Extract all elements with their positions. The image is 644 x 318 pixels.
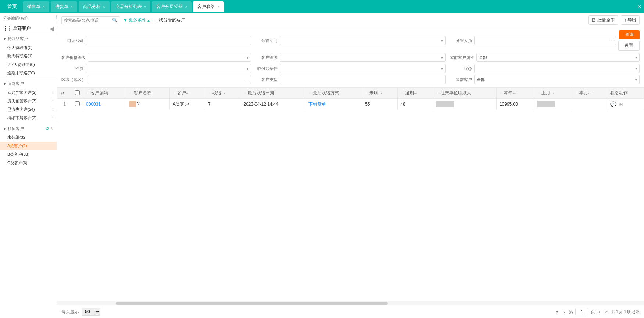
value-edit-icon[interactable]: ✎ — [50, 126, 54, 131]
sidebar-item-churned[interactable]: 已流失客户(24) ℹ — [0, 105, 57, 114]
retail-select[interactable]: 全部 ▾ — [474, 75, 640, 84]
search-icon[interactable]: 🔍 — [112, 18, 118, 23]
price-level-select[interactable]: ▾ — [88, 53, 251, 62]
sidebar-item-churn-warning[interactable]: 流失预警客户(3) ℹ — [0, 97, 57, 105]
last-page-btn[interactable]: » — [604, 308, 609, 315]
overdue-sort-icon[interactable]: ⋮ — [401, 91, 404, 95]
nav-tab-customer-contact-close[interactable]: × — [217, 5, 219, 9]
status-select[interactable]: ▾ — [474, 64, 640, 73]
nav-tab-analysis-close[interactable]: × — [103, 5, 105, 9]
th-name[interactable]: ⋮ 客户名称 — [126, 88, 169, 99]
nav-tab-purchase-close[interactable]: × — [71, 5, 73, 9]
sidebar-all-customers[interactable]: ⋮⋮ 全部客户 ◀ — [0, 23, 57, 34]
row-code[interactable]: 000031 — [83, 99, 126, 110]
th-last-date[interactable]: ⋮ 最后联络日期 — [240, 88, 305, 99]
th-this-month[interactable]: ⋮ 本月... — [572, 88, 607, 99]
page-number-input[interactable] — [575, 308, 588, 315]
sidebar-collapse-icon[interactable]: ◀ — [50, 26, 54, 32]
declining-info-icon[interactable]: ℹ — [52, 116, 54, 120]
sidebar-section-problem-header[interactable]: ▼ 问题客户 — [0, 79, 57, 88]
sidebar-item-declining[interactable]: 持续下滑客户(2) ℹ — [0, 114, 57, 122]
customer-level-select[interactable]: ▾ — [280, 53, 445, 62]
area-input[interactable]: ··· — [88, 75, 251, 84]
search-input[interactable] — [64, 18, 111, 22]
code-sort-icon[interactable]: ⋮ — [86, 91, 89, 95]
churn-warning-info-icon[interactable]: ℹ — [52, 99, 54, 103]
sidebar-item-repurchase-abnormal[interactable]: 回购异常客户(2) ℹ — [0, 88, 57, 97]
sidebar-search-input[interactable] — [3, 16, 54, 20]
row-checkbox[interactable] — [75, 101, 80, 106]
my-customer-checkbox-label[interactable]: 我分管的客户 — [153, 17, 185, 23]
payment-select[interactable]: ▾ — [280, 64, 445, 73]
th-gear[interactable]: ⚙ — [57, 88, 72, 99]
horizontal-scrollbar[interactable] — [57, 301, 644, 305]
scroll-thumb[interactable] — [116, 302, 388, 305]
nature-select[interactable]: ▾ — [86, 64, 251, 73]
sidebar-item-today[interactable]: 今天待联络(0) — [0, 43, 57, 52]
nav-tab-sales[interactable]: 销售单 × — [23, 1, 49, 12]
nav-tab-analysis[interactable]: 商品分析 × — [79, 1, 110, 12]
sidebar-section-value-header[interactable]: ▼ 价值客户 ↺ ✎ — [0, 124, 57, 133]
sidebar-section-pending-header[interactable]: ▼ 待联络客户 — [0, 34, 57, 43]
sidebar-item-b-class[interactable]: B类客户(33) — [0, 150, 57, 159]
top-nav-close-btn[interactable]: × — [638, 3, 641, 10]
phone-input[interactable] — [86, 36, 251, 45]
th-contact-count[interactable]: ⋮ 联络... — [205, 88, 240, 99]
nocontact-sort-icon[interactable]: ⋮ — [365, 91, 368, 95]
sidebar-item-c-class[interactable]: C类客户(6) — [0, 159, 57, 167]
filter-more-btn[interactable]: ▼ 更多条件 ▴ — [123, 17, 150, 23]
nav-tab-customer-segment-close[interactable]: × — [185, 5, 187, 9]
next-page-btn[interactable]: › — [597, 308, 602, 315]
first-page-btn[interactable]: « — [554, 308, 560, 315]
prev-page-btn[interactable]: ‹ — [562, 308, 566, 315]
th-code[interactable]: ⋮ 客户编码 — [83, 88, 126, 99]
th-no-contact[interactable]: ⋮ 未联... — [362, 88, 397, 99]
retail-attr-select[interactable]: 全部 ▾ — [476, 53, 640, 62]
nav-tab-analysis-list-close[interactable]: × — [144, 5, 146, 9]
export-btn[interactable]: ↑ 导出 — [621, 15, 640, 25]
row-action-qr-icon[interactable]: ⊞ — [619, 101, 623, 107]
contact-sort-icon[interactable]: ⋮ — [208, 91, 211, 95]
row-last-method[interactable]: 下销货单 — [305, 99, 362, 110]
name-sort-icon[interactable]: ⋮ — [129, 91, 133, 95]
sidebar-item-ungrouped[interactable]: 未分组(32) — [0, 133, 57, 142]
thismonth-sort-icon[interactable]: ⋮ — [575, 91, 578, 95]
th-year-amount[interactable]: ⋮ 本年... — [496, 88, 534, 99]
value-refresh-icon[interactable]: ↺ — [46, 126, 49, 131]
churned-info-icon[interactable]: ℹ — [52, 107, 54, 112]
lastdate-sort-icon[interactable]: ⋮ — [243, 91, 247, 95]
nav-tab-customer-contact[interactable]: 客户联络 × — [193, 1, 224, 12]
sidebar-item-a-class[interactable]: A类客户(1) — [0, 142, 57, 150]
nav-home[interactable]: 首页 — [3, 2, 21, 11]
nav-tab-sales-close[interactable]: × — [43, 5, 45, 9]
nav-tab-customer-segment[interactable]: 客户分层经营 × — [152, 1, 192, 12]
lastmethod-sort-icon[interactable]: ⋮ — [308, 91, 312, 95]
sidebar-item-tomorrow[interactable]: 明天待联络(1) — [0, 52, 57, 60]
th-company-contacts[interactable]: ⋮ 往来单位联系人 — [433, 88, 496, 99]
repurchase-info-icon[interactable]: ℹ — [52, 91, 54, 95]
sidebar-item-overdue[interactable]: 逾期未联络(30) — [0, 69, 57, 77]
lastmonth-sort-icon[interactable]: ⋮ — [537, 91, 540, 95]
row-last-method-link[interactable]: 下销货单 — [308, 102, 326, 107]
th-last-month[interactable]: ⋮ 上月... — [534, 88, 572, 99]
row-action-chat-icon[interactable]: 💬 — [610, 101, 616, 107]
th-last-method[interactable]: ⋮ 最后联络方式 — [305, 88, 362, 99]
th-overdue[interactable]: ⋮ 逾期... — [397, 88, 433, 99]
my-customer-checkbox[interactable] — [153, 18, 157, 22]
settings-button[interactable]: 设置 — [618, 41, 640, 51]
person-input[interactable]: ··· — [474, 36, 616, 45]
dept-select[interactable]: ▾ — [280, 36, 445, 45]
th-customer-type[interactable]: ⋮ 客户... — [169, 88, 205, 99]
nav-tab-analysis-list[interactable]: 商品分析列表 × — [111, 1, 151, 12]
year-sort-icon[interactable]: ⋮ — [500, 91, 503, 95]
select-all-checkbox[interactable] — [75, 90, 80, 95]
gear-icon[interactable]: ⚙ — [60, 91, 64, 96]
company-sort-icon[interactable]: ⋮ — [436, 91, 439, 95]
customer-type-input[interactable] — [280, 75, 445, 84]
ctype-sort-icon[interactable]: ⋮ — [173, 91, 176, 95]
sidebar-item-7days[interactable]: 近7天待联络(0) — [0, 60, 57, 69]
batch-btn[interactable]: ☑ 批量操作 — [588, 15, 618, 25]
page-size-select[interactable]: 50 100 200 — [82, 308, 100, 316]
nav-tab-purchase[interactable]: 进货单 × — [51, 1, 77, 12]
query-button[interactable]: 查询 — [619, 30, 640, 39]
